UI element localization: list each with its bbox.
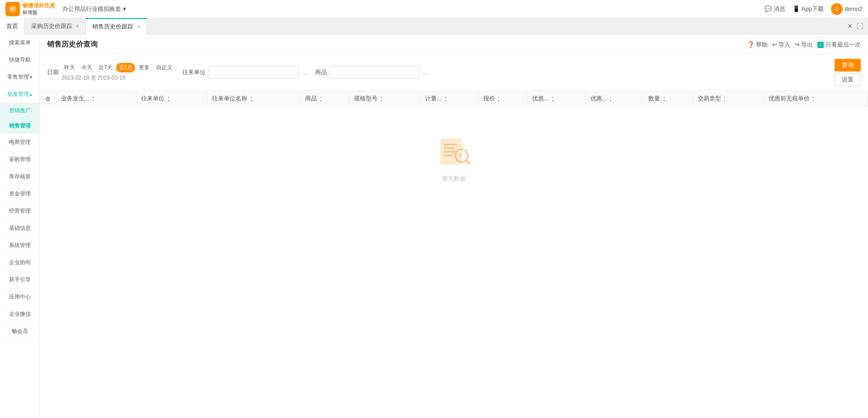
sidebar-item-marketing[interactable]: 营销推广 <box>0 103 39 119</box>
table-container: ⚙ 业务发生... ▴▾ 往来单位 ▴▾ 往来单位名称 ▴▾ <box>40 91 868 418</box>
sort-icon: ▴▾ <box>724 95 726 103</box>
help-icon: ❓ <box>747 41 755 48</box>
tab-purchase-history-label: 采购历史价跟踪 <box>31 22 72 30</box>
sidebar-item-new-guide[interactable]: 新手引导 <box>0 271 39 289</box>
empty-state: ? 暂无数据 <box>40 107 868 210</box>
help-button[interactable]: ❓ 帮助 <box>747 41 768 49</box>
logo-text: 畅捷信好生意 标准版 <box>23 2 55 16</box>
th-quote[interactable]: 报价 ▴▾ <box>478 91 527 107</box>
sidebar-item-basic-info[interactable]: 基础信息 <box>0 220 39 237</box>
empty-illustration: ? <box>434 134 474 170</box>
sidebar-item-quick-nav[interactable]: 快捷导航 <box>0 52 39 69</box>
sidebar-enterprise-wechat-label: 企业微信 <box>9 311 31 317</box>
message-button[interactable]: 💬 消息 <box>764 5 785 13</box>
export-button[interactable]: ↪ 导出 <box>795 41 813 49</box>
avatar: D <box>831 3 843 15</box>
sidebar-search-menu-label: 搜索菜单 <box>9 39 31 46</box>
date-btn-today[interactable]: 今天 <box>79 63 95 72</box>
sidebar-item-app-center[interactable]: 应用中心 <box>0 289 39 306</box>
date-btn-custom[interactable]: 自定义 <box>153 63 175 72</box>
th-quantity[interactable]: 数量 ▴▾ <box>644 91 693 107</box>
th-biz-date[interactable]: 业务发生... ▴▾ <box>56 91 136 107</box>
tab-home-label: 首页 <box>6 22 18 30</box>
sidebar-item-finance[interactable]: 资金管理 <box>0 185 39 203</box>
app-name: 办公用品行业模拟账套 <box>62 5 121 13</box>
th-discount1[interactable]: 优惠... ▴▾ <box>528 91 586 107</box>
goods-filter-label: 商品 <box>315 68 327 76</box>
th-counterpart-name[interactable]: 往来单位名称 ▴▾ <box>208 91 301 107</box>
chevron-up-icon: ▴ <box>30 92 32 97</box>
sidebar-item-vip-member[interactable]: 畅会员 <box>0 323 39 340</box>
maximize-button[interactable]: ⛶ <box>857 22 863 30</box>
th-unit[interactable]: 计量... ▴▾ <box>420 91 479 107</box>
setting-button[interactable]: 设置 <box>835 73 861 86</box>
sidebar-wholesale-mgmt-label: 批发管理 <box>7 90 29 98</box>
date-btn-last1month[interactable]: 近1月 <box>116 63 136 72</box>
data-table: ⚙ 业务发生... ▴▾ 往来单位 ▴▾ 往来单位名称 ▴▾ <box>40 91 868 107</box>
help-label: 帮助 <box>756 41 768 49</box>
counterpart-dots[interactable]: ... <box>302 69 307 76</box>
th-goods[interactable]: 商品 ▴▾ <box>300 91 349 107</box>
export-icon: ↪ <box>795 41 800 48</box>
sidebar-new-guide-label: 新手引导 <box>9 276 31 283</box>
sidebar-item-system-mgmt[interactable]: 系统管理 <box>0 237 39 254</box>
message-icon: 💬 <box>764 5 772 12</box>
counterpart-input[interactable] <box>208 66 299 79</box>
sidebar-sales-mgmt-label: 销售管理 <box>9 123 31 129</box>
date-btn-more[interactable]: 更多 <box>136 63 152 72</box>
date-filter-label: 日期 <box>47 68 59 76</box>
sidebar-item-inventory[interactable]: 库存核算 <box>0 168 39 185</box>
sidebar-item-enterprise-collab[interactable]: 企业协同 <box>0 254 39 271</box>
sidebar: 搜索菜单 快捷导航 零售管理 ▾ 批发管理 ▴ 营销推广 销售管理 电商管理 采… <box>0 34 40 418</box>
close-purchase-tab-icon[interactable]: × <box>76 23 79 29</box>
date-btn-yesterday[interactable]: 昨天 <box>61 63 78 72</box>
page-header: 销售历史价查询 ❓ 帮助 ↩ 导入 ↪ 导出 <box>40 34 868 54</box>
th-discount2[interactable]: 优惠... ▴▾ <box>585 91 644 107</box>
close-all-tabs-button[interactable]: ✕ <box>847 22 853 30</box>
svg-rect-4 <box>443 147 454 149</box>
sidebar-item-search-menu[interactable]: 搜索菜单 <box>0 34 39 52</box>
app-selector[interactable]: 办公用品行业模拟账套 ▾ <box>59 5 130 13</box>
th-spec[interactable]: 规格型号 ▴▾ <box>349 91 420 107</box>
user-menu[interactable]: D demo2 <box>831 3 863 15</box>
tab-home[interactable]: 首页 <box>0 18 25 34</box>
goods-dots[interactable]: ... <box>423 69 429 76</box>
th-counterpart-code[interactable]: 往来单位 ▴▾ <box>136 91 207 107</box>
query-button[interactable]: 查询 <box>835 59 861 71</box>
sidebar-ecommerce-label: 电商管理 <box>9 139 31 145</box>
sidebar-quick-nav-label: 快捷导航 <box>9 57 31 63</box>
gear-icon[interactable]: ⚙ <box>45 95 51 102</box>
app-download-button[interactable]: 📱 App下载 <box>793 5 824 13</box>
mobile-icon: 📱 <box>793 5 800 12</box>
export-label: 导出 <box>801 41 813 49</box>
checkbox-teal-icon <box>817 42 824 48</box>
empty-state-text: 暂无数据 <box>442 175 466 183</box>
sort-icon: ▴▾ <box>320 95 322 103</box>
import-button[interactable]: ↩ 导入 <box>772 41 790 49</box>
sidebar-vip-member-label: 畅会员 <box>12 328 28 334</box>
counterpart-filter-label: 往来单位 <box>182 68 206 76</box>
sidebar-item-retail-mgmt[interactable]: 零售管理 ▾ <box>0 69 39 86</box>
sidebar-item-wholesale-mgmt[interactable]: 批发管理 ▴ <box>0 86 39 103</box>
counterpart-filter-group: 往来单位 ... <box>182 66 307 79</box>
tab-actions: ✕ ⛶ <box>847 22 868 30</box>
th-gear[interactable]: ⚙ <box>40 91 56 107</box>
th-trade-type[interactable]: 交易类型 ▴▾ <box>693 91 764 107</box>
tab-sales-history[interactable]: 销售历史价跟踪 × <box>86 18 147 34</box>
date-btn-last7days[interactable]: 近7天 <box>96 63 115 72</box>
sidebar-item-enterprise-wechat[interactable]: 企业微信 <box>0 306 39 323</box>
sidebar-finance-label: 资金管理 <box>9 190 31 197</box>
only-last-checkbox[interactable]: 只看最后一次 <box>817 41 861 49</box>
sidebar-item-ecommerce[interactable]: 电商管理 <box>0 134 39 151</box>
tabbar: 首页 采购历史价跟踪 × 销售历史价跟踪 × ✕ ⛶ <box>0 18 868 34</box>
tab-purchase-history[interactable]: 采购历史价跟踪 × <box>25 18 86 34</box>
th-pre-tax-price[interactable]: 优惠前无税单价 ▴▾ <box>764 91 868 107</box>
close-sales-tab-icon[interactable]: × <box>137 24 140 30</box>
goods-input[interactable] <box>330 66 420 79</box>
import-icon: ↩ <box>772 41 777 48</box>
sidebar-item-operations[interactable]: 经营管理 <box>0 203 39 220</box>
date-range-text: 2023-02-18 至 2023-03-18 <box>61 74 175 82</box>
sidebar-item-purchase-mgmt[interactable]: 采购管理 <box>0 151 39 168</box>
sidebar-marketing-label: 营销推广 <box>9 107 31 114</box>
sidebar-item-sales-mgmt[interactable]: 销售管理 <box>0 119 39 134</box>
